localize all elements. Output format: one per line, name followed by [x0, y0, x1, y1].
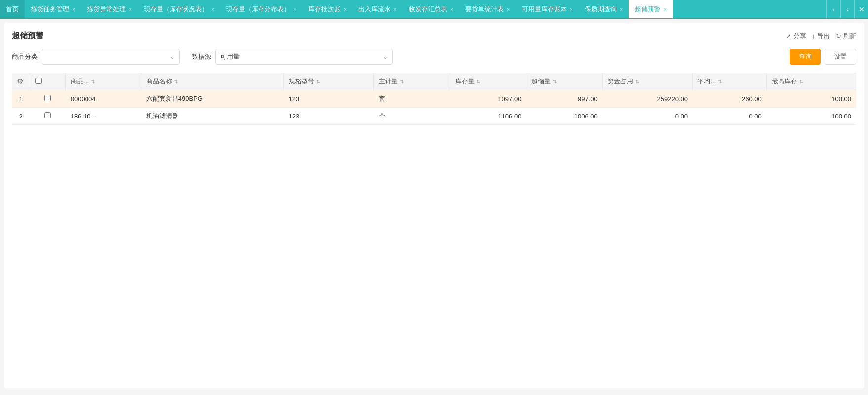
- th-overflow: 超储量 ⇅: [526, 73, 602, 90]
- close-batch-ledger-icon[interactable]: ×: [344, 6, 347, 12]
- datasource-filter-group: 数据源 可用量 ⌄: [192, 49, 393, 65]
- query-button[interactable]: 查询: [790, 49, 821, 65]
- th-overflow-sortable[interactable]: 超储量 ⇅: [531, 77, 597, 86]
- close-overstock-icon[interactable]: ×: [663, 6, 666, 12]
- category-select[interactable]: ⌄: [42, 49, 180, 65]
- th-capital: 资金占用 ⇅: [603, 73, 693, 90]
- nav-recv-summary[interactable]: 收发存汇总表 ×: [403, 0, 459, 19]
- row-checkbox-0[interactable]: [44, 95, 51, 101]
- datasource-value: 可用量: [220, 52, 240, 61]
- cell-spec-1: 123: [283, 108, 373, 125]
- cell-product-name-0: 六配套新昌490BPG: [141, 90, 284, 108]
- nav-inout-flow[interactable]: 出入库流水 ×: [352, 0, 402, 19]
- table-header-row: ⚙ 商品... ⇅ 商品名称 ⇅: [12, 73, 856, 90]
- nav-available-ledger[interactable]: 可用量库存账本 ×: [516, 0, 579, 19]
- cell-overflow-1: 1006.00: [526, 108, 602, 125]
- th-max-stock-sortable[interactable]: 最高库存 ⇅: [772, 77, 851, 86]
- nav-overstock-warning[interactable]: 超储预警 ×: [629, 0, 672, 19]
- th-gear: ⚙: [12, 73, 30, 90]
- sort-product-code-icon: ⇅: [91, 79, 95, 84]
- th-spec-sortable[interactable]: 规格型号 ⇅: [289, 77, 368, 86]
- cell-unit-1: 个: [374, 108, 450, 125]
- cell-checkbox-0[interactable]: [30, 90, 66, 108]
- th-checkbox: [30, 73, 66, 90]
- cell-stock-1: 1106.00: [450, 108, 526, 125]
- th-avg-sortable[interactable]: 平均... ⇅: [697, 77, 761, 86]
- datasource-label: 数据源: [192, 52, 211, 61]
- nav-stock-status[interactable]: 现存量（库存状况表） ×: [138, 0, 220, 19]
- nav-arrow-close[interactable]: ✕: [854, 0, 868, 19]
- page-actions: ➚ 分享 ↓ 导出 ↻ 刷新: [786, 32, 857, 40]
- sort-avg-icon: ⇅: [718, 79, 722, 84]
- th-capital-sortable[interactable]: 资金占用 ⇅: [608, 77, 687, 86]
- th-max-stock: 最高库存 ⇅: [767, 73, 856, 90]
- th-product-code-sortable[interactable]: 商品... ⇅: [71, 77, 136, 86]
- refresh-button[interactable]: ↻ 刷新: [836, 32, 856, 40]
- sort-spec-icon: ⇅: [316, 79, 320, 84]
- datasource-select[interactable]: 可用量 ⌄: [215, 49, 393, 65]
- nav-quality-query[interactable]: 保质期查询 ×: [579, 0, 629, 19]
- refresh-icon: ↻: [836, 32, 841, 40]
- nav-pick-task[interactable]: 拣货任务管理 ×: [25, 0, 81, 19]
- th-product-name-sortable[interactable]: 商品名称 ⇅: [146, 77, 278, 86]
- close-pick-exception-icon[interactable]: ×: [129, 6, 131, 12]
- cell-product-code-0: 0000004: [66, 90, 141, 108]
- cell-checkbox-1[interactable]: [30, 108, 66, 125]
- cell-stock-0: 1097.00: [450, 90, 526, 108]
- nav-batch-ledger[interactable]: 库存批次账 ×: [303, 0, 352, 19]
- cell-overflow-0: 997.00: [526, 90, 602, 108]
- th-stock-sortable[interactable]: 库存量 ⇅: [455, 77, 521, 86]
- page-title: 超储预警: [12, 31, 43, 41]
- cell-avg-0: 260.00: [693, 90, 767, 108]
- nav-arrow-left[interactable]: ‹: [826, 0, 840, 19]
- close-inout-flow-icon[interactable]: ×: [393, 6, 396, 12]
- top-nav: 首页 拣货任务管理 × 拣货异常处理 × 现存量（库存状况表） × 现存量（库存…: [0, 0, 868, 19]
- export-button[interactable]: ↓ 导出: [812, 32, 830, 40]
- nav-pick-exception[interactable]: 拣货异常处理 ×: [81, 0, 137, 19]
- nav-home[interactable]: 首页: [0, 0, 25, 19]
- nav-arrows: ‹ › ✕: [826, 0, 868, 19]
- nav-order-stats[interactable]: 要货单统计表 ×: [459, 0, 516, 19]
- close-quality-query-icon[interactable]: ×: [620, 6, 623, 12]
- cell-max-stock-1: 100.00: [767, 108, 856, 125]
- close-order-stats-icon[interactable]: ×: [507, 6, 510, 12]
- cell-product-code-1: 186-10...: [66, 108, 141, 125]
- th-unit-sortable[interactable]: 主计量 ⇅: [379, 77, 444, 86]
- table-row: 1 0000004 六配套新昌490BPG 123 套 1097.00 997.…: [12, 90, 856, 108]
- export-icon: ↓: [812, 32, 816, 40]
- table-body: 1 0000004 六配套新昌490BPG 123 套 1097.00 997.…: [12, 90, 856, 125]
- close-pick-task-icon[interactable]: ×: [72, 6, 75, 12]
- cell-seq-1: 2: [12, 108, 30, 125]
- th-product-name: 商品名称 ⇅: [141, 73, 284, 90]
- share-button[interactable]: ➚ 分享: [786, 32, 806, 40]
- th-stock: 库存量 ⇅: [450, 73, 526, 90]
- datasource-chevron-icon: ⌄: [383, 53, 388, 60]
- row-checkbox-1[interactable]: [44, 112, 51, 118]
- category-label: 商品分类: [12, 52, 38, 61]
- nav-arrow-right[interactable]: ›: [840, 0, 854, 19]
- filter-row: 商品分类 ⌄ 数据源 可用量 ⌄ 查询 设置: [12, 49, 856, 65]
- cell-max-stock-0: 100.00: [767, 90, 856, 108]
- table-row: 2 186-10... 机油滤清器 123 个 1106.00 1006.00 …: [12, 108, 856, 125]
- close-stock-status-icon[interactable]: ×: [211, 6, 214, 12]
- share-icon: ➚: [786, 32, 791, 40]
- cell-spec-0: 123: [283, 90, 373, 108]
- close-stock-dist-icon[interactable]: ×: [293, 6, 296, 12]
- page-header: 超储预警 ➚ 分享 ↓ 导出 ↻ 刷新: [12, 31, 856, 41]
- filter-btn-group: 查询 设置: [790, 49, 856, 65]
- cell-seq-0: 1: [12, 90, 30, 108]
- close-available-ledger-icon[interactable]: ×: [570, 6, 573, 12]
- sort-capital-icon: ⇅: [635, 79, 639, 84]
- select-all-checkbox[interactable]: [35, 78, 42, 84]
- sort-product-name-icon: ⇅: [174, 79, 178, 84]
- sort-overflow-icon: ⇅: [553, 79, 557, 84]
- settings-button[interactable]: 设置: [825, 49, 856, 65]
- th-unit: 主计量 ⇅: [374, 73, 450, 90]
- close-recv-summary-icon[interactable]: ×: [450, 6, 453, 12]
- th-spec: 规格型号 ⇅: [283, 73, 373, 90]
- th-avg: 平均... ⇅: [693, 73, 767, 90]
- nav-stock-dist[interactable]: 现存量（库存分布表） ×: [220, 0, 302, 19]
- cell-product-name-1: 机油滤清器: [141, 108, 284, 125]
- gear-icon[interactable]: ⚙: [17, 77, 23, 85]
- th-product-code: 商品... ⇅: [66, 73, 141, 90]
